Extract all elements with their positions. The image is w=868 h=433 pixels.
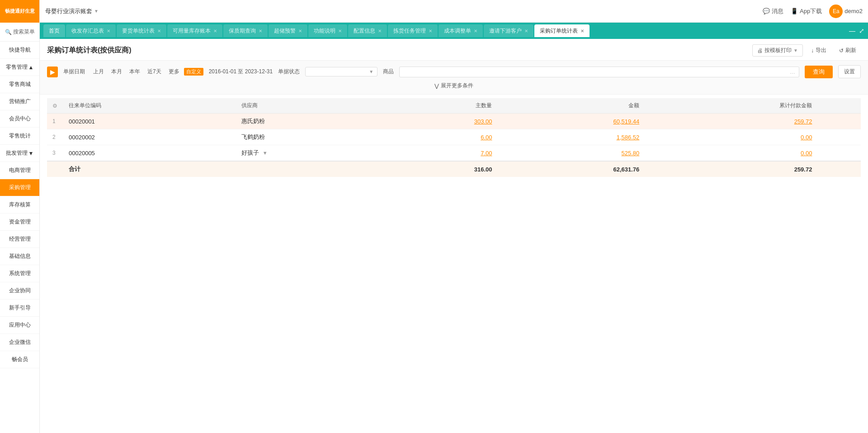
col-settings-icon[interactable]: ⚙	[52, 103, 57, 109]
tab-order-summary-close[interactable]: ✕	[157, 29, 161, 33]
filter-toggle-button[interactable]: ▶	[47, 67, 58, 77]
row-paid[interactable]: 0.00	[645, 129, 817, 145]
print-button[interactable]: 🖨 按模板打印 ▼	[752, 44, 803, 57]
filter-area: ▶ 单据日期 上月 本月 本年 近7天 更多 自定义 2016-01-01 至 …	[40, 61, 868, 95]
sidebar-item-retail-stat[interactable]: 零售统计	[0, 128, 39, 145]
expand-row-icon[interactable]: ▼	[263, 150, 268, 156]
tab-config-close[interactable]: ✕	[378, 29, 382, 33]
goods-input[interactable]: …	[399, 67, 799, 77]
table-row: 1 00020001 惠氏奶粉 303.00 60,519.44 259.72	[47, 114, 861, 129]
tab-maximize-icon[interactable]: ⤢	[859, 27, 864, 34]
sidebar-item-quicknav[interactable]: 快捷导航	[0, 42, 39, 59]
tab-purchase-order-summary-close[interactable]: ✕	[580, 29, 584, 33]
col-settings: ⚙	[47, 98, 63, 114]
col-qty: 主数量	[383, 98, 498, 114]
export-icon: ↓	[811, 48, 814, 54]
tab-receive-summary-label: 收发存汇总表	[71, 27, 104, 35]
app-download-button[interactable]: 📱 App下载	[791, 7, 822, 15]
row-amount[interactable]: 1,586.52	[497, 129, 645, 145]
sidebar-item-operation[interactable]: 经营管理	[0, 231, 39, 248]
row-amount[interactable]: 525.80	[497, 145, 645, 162]
table-row: 2 00020002 飞鹤奶粉 6.00 1,586.52 0.00	[47, 129, 861, 145]
sidebar-item-wechat[interactable]: 企业微信	[0, 334, 39, 351]
settings-button[interactable]: 设置	[838, 65, 861, 78]
row-num: 3	[47, 145, 63, 162]
tab-costadj-close[interactable]: ✕	[474, 29, 477, 33]
expand-label: 展开更多条件	[441, 82, 473, 90]
chevron-icon: ▲	[28, 64, 34, 71]
shortcut-more[interactable]: 更多	[166, 67, 182, 76]
query-button[interactable]: 查询	[805, 66, 833, 78]
tab-funcguide-close[interactable]: ✕	[338, 29, 342, 33]
tab-available-stock-close[interactable]: ✕	[213, 29, 217, 33]
tab-config[interactable]: 配置信息 ✕	[348, 24, 387, 37]
tab-funcguide[interactable]: 功能说明 ✕	[308, 24, 347, 37]
sidebar-item-collab[interactable]: 企业协同	[0, 282, 39, 300]
footer-amount: 62,631.76	[497, 161, 645, 177]
tab-overstock[interactable]: 超储预警 ✕	[269, 24, 307, 37]
tab-invitecustomer-close[interactable]: ✕	[524, 29, 528, 33]
tab-receive-summary-close[interactable]: ✕	[107, 29, 110, 33]
sidebar-item-wholesale[interactable]: 批发管理 ▼	[0, 145, 39, 162]
tab-overstock-close[interactable]: ✕	[298, 29, 302, 33]
tab-costadj-label: 成本调整单	[444, 27, 471, 35]
shortcut-this-month[interactable]: 本月	[108, 67, 125, 76]
sidebar-item-retail-mall[interactable]: 零售商城	[0, 76, 39, 93]
sidebar-item-appcenter[interactable]: 应用中心	[0, 317, 39, 334]
tab-purchase-order-summary[interactable]: 采购订单统计表 ✕	[534, 24, 590, 37]
expand-more-button[interactable]: ⋁ 展开更多条件	[434, 82, 473, 90]
status-select[interactable]: ▼	[305, 67, 377, 76]
sidebar-item-purchase[interactable]: 采购管理	[0, 179, 39, 196]
row-qty[interactable]: 7.00	[383, 145, 498, 162]
sidebar-item-retail[interactable]: 零售管理 ▲	[0, 59, 39, 76]
sidebar-item-inventory[interactable]: 库存核算	[0, 196, 39, 214]
tab-picktask-close[interactable]: ✕	[429, 29, 432, 33]
sidebar-item-vip[interactable]: 畅会员	[0, 351, 39, 368]
row-qty[interactable]: 303.00	[383, 114, 498, 129]
sidebar-item-newguide[interactable]: 新手引导	[0, 300, 39, 317]
date-to: 2023-12-31	[245, 68, 273, 75]
sidebar-item-ecommerce[interactable]: 电商管理	[0, 162, 39, 179]
row-num: 1	[47, 114, 63, 129]
avatar-initials: Ea	[833, 8, 840, 14]
table-footer-row: 合计 316.00 62,631.76 259.72	[47, 161, 861, 177]
footer-label: 合计	[63, 161, 236, 177]
workspace-selector[interactable]: 母婴行业演示账套 ▼	[45, 7, 99, 15]
sidebar-item-basic[interactable]: 基础信息	[0, 248, 39, 265]
tab-costadj[interactable]: 成本调整单 ✕	[439, 24, 483, 37]
footer-empty-2	[236, 161, 382, 177]
shortcut-this-year[interactable]: 本年	[127, 67, 143, 76]
refresh-label: 刷新	[845, 47, 856, 54]
sidebar-item-member[interactable]: 会员中心	[0, 110, 39, 128]
sidebar-item-finance[interactable]: 资金管理	[0, 214, 39, 231]
row-paid[interactable]: 259.72	[645, 114, 817, 129]
tab-funcguide-label: 功能说明	[314, 27, 335, 35]
custom-date-tag[interactable]: 自定义	[184, 68, 203, 76]
workspace-dropdown-icon: ▼	[94, 9, 99, 14]
shortcut-7days[interactable]: 近7天	[145, 67, 164, 76]
tab-order-summary[interactable]: 要货单统计表 ✕	[117, 24, 166, 37]
topbar: 母婴行业演示账套 ▼ 💬 消息 📱 App下载 Ea demo2	[40, 0, 868, 23]
tab-receive-summary[interactable]: 收发存汇总表 ✕	[66, 24, 116, 37]
tab-home[interactable]: 首页	[43, 24, 65, 37]
message-button[interactable]: 💬 消息	[763, 7, 783, 15]
shortcut-last-month[interactable]: 上月	[90, 67, 107, 76]
export-button[interactable]: ↓ 导出	[807, 45, 831, 56]
tab-invitecustomer[interactable]: 邀请下游客户 ✕	[484, 24, 533, 37]
expand-icon: ⋁	[434, 83, 439, 89]
row-paid[interactable]: 0.00	[645, 145, 817, 162]
tab-warranty-close[interactable]: ✕	[259, 29, 262, 33]
tab-minimize-icon[interactable]: —	[849, 27, 855, 34]
tab-warranty[interactable]: 保质期查询 ✕	[223, 24, 268, 37]
row-qty[interactable]: 6.00	[383, 129, 498, 145]
search-menu-button[interactable]: 🔍 搜索菜单	[3, 26, 37, 38]
sidebar-item-system[interactable]: 系统管理	[0, 265, 39, 282]
user-menu[interactable]: Ea demo2	[829, 5, 863, 18]
tab-available-stock[interactable]: 可用量库存账本 ✕	[167, 24, 222, 37]
row-amount[interactable]: 60,519.44	[497, 114, 645, 129]
refresh-button[interactable]: ↺ 刷新	[835, 45, 861, 56]
tab-picktask[interactable]: 拣货任务管理 ✕	[388, 24, 438, 37]
sidebar-item-marketing[interactable]: 营销推广	[0, 93, 39, 110]
page-title: 采购订单统计表(按供应商)	[47, 46, 132, 55]
app-download-label: App下载	[800, 7, 822, 15]
